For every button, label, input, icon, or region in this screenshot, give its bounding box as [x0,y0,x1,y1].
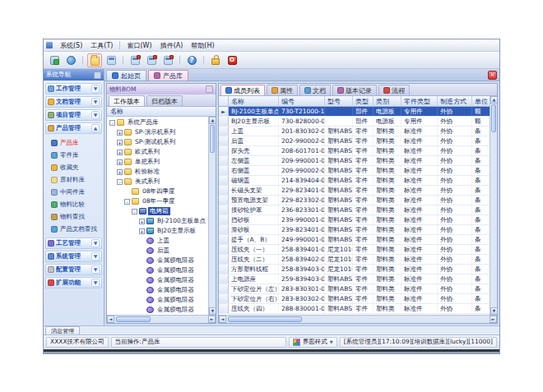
column-header-5[interactable]: 类别 [374,96,401,106]
chevron-down-icon[interactable]: ▼ [91,239,100,247]
table-row[interactable]: 上盖201-830302-00X塑料ABS零件塑料类标准件外协条 [219,127,490,136]
window-close-icon[interactable] [128,53,142,67]
scroll-thumb[interactable] [491,104,496,132]
scroll-down-icon[interactable]: ▼ [490,307,497,315]
scroll-left-icon[interactable]: ◄ [219,316,226,323]
close-icon[interactable]: × [488,71,497,80]
tree-column-header[interactable]: 名称 [107,107,216,117]
pin-icon[interactable] [94,71,101,79]
tab-archived-version[interactable]: 归档版本 [146,95,183,106]
scroll-thumb[interactable] [228,316,302,322]
column-header-7[interactable]: 制造方式 [438,96,472,106]
collapse-icon[interactable]: - [124,199,130,205]
chevron-down-icon[interactable]: ▼ [91,252,100,261]
table-row[interactable]: 接砂轮护罩236-823301-00X塑料ABS零件塑料类标准件外协条 [219,205,490,215]
lock-icon[interactable] [208,53,223,67]
tree-node-sp-test-series[interactable]: +SP-测试机系列 [107,137,208,147]
table-row[interactable]: BJ20主显示板730-828000-04X部件电源板专用件外协颗 [219,117,490,127]
sidebar-group-extended-functions[interactable]: 扩展功能▼ [45,277,102,288]
power-icon[interactable]: O [225,53,239,67]
table-row[interactable]: 右侧盖209-990002-01X塑料ABS零件塑料类标准件外协条 [219,166,490,176]
sidebar-group-project-management[interactable]: 项目管理▼ [45,109,102,121]
tree-node-system-product-library[interactable]: -系统产品库 [107,118,208,127]
column-header-4[interactable]: 类型 [353,96,374,106]
help-icon[interactable]: ? [184,53,199,67]
scroll-down-icon[interactable]: ▼ [209,307,216,315]
sidebar-item-intermediate-library[interactable]: 中间件库 [49,187,102,197]
sidebar-item-favorites[interactable]: 收藏夹 [49,162,102,173]
tree-node-metal-film-resistor-1[interactable]: 金属膜电阻器 [107,256,208,265]
column-header-8[interactable]: 单位 [472,96,490,106]
tree-node-metal-film-resistor-2[interactable]: 金属膜电阻器 [107,265,208,275]
layout-icon[interactable] [104,53,118,67]
tree-vertical-scrollbar[interactable]: ▲ ▼ [208,117,216,315]
folder-icon[interactable] [87,53,102,67]
globe-icon[interactable] [63,53,78,67]
table-row[interactable]: 方形塑料线框258-839403-00X尼龙1010零件塑料类标准件外协条 [219,265,490,274]
tree-node-bj2100-mainboard[interactable]: +BJ-2100主板单点 [107,216,208,226]
expand-icon[interactable]: + [117,159,123,165]
sidebar-item-parts-library[interactable]: 零件库 [49,150,102,160]
table-row[interactable]: 上电源座259-839403-00X塑料ABS零件塑料类标准件外协条 [219,274,490,284]
tree-node-metal-film-resistor-6[interactable]: 金属膜电阻器 [107,305,208,315]
tree-node-top-cover[interactable]: 上盖 [107,236,208,246]
chevron-down-icon[interactable]: ▼ [91,265,100,274]
tree-node-single-handle-series[interactable]: +单把系列 [107,157,208,167]
panel-pin-icon[interactable] [206,85,213,93]
tab-properties[interactable]: 属性 [267,85,298,95]
window-refresh-icon[interactable] [160,53,175,67]
sidebar-item-material-compare[interactable]: 物料比较 [49,199,102,210]
table-row[interactable]: 压线夹（一）258-839401-00X尼龙1010零件塑料类标准件外协条 [219,245,490,255]
tab-working-version[interactable]: 工作版本 [109,95,145,106]
table-row[interactable]: 左侧盖209-990001-01X塑料ABS零件塑料类标准件外协条 [219,156,490,166]
message-management-tab[interactable]: 消息管理 [45,326,80,334]
chevron-down-icon[interactable]: ▼ [91,98,100,106]
table-row[interactable]: 磁钢盖214-839404-01X塑料ABS零件塑料类标准件外协条 [219,176,490,186]
scroll-right-icon[interactable]: ► [208,316,216,323]
chevron-down-icon[interactable]: ▼ [91,279,100,287]
table-row[interactable]: 挡砂板239-990001-01X塑料ABS零件塑料类标准件外协条 [219,215,490,225]
chevron-down-icon[interactable]: ▼ [91,85,100,93]
table-row[interactable]: 下砂定位片（右）283-830302-00X塑料ABS零件塑料类标准件外协条 [219,294,490,304]
collapse-icon[interactable]: - [132,209,137,214]
scroll-thumb[interactable] [116,316,151,322]
column-header-2[interactable]: 编号 [279,96,325,106]
table-row[interactable]: 压线夹（二）258-839402-00X尼龙1010零件塑料类标准件外协条 [219,255,490,265]
table-row[interactable]: 长磁头支架229-823401-00X塑料ABS零件塑料类标准件外协条 [219,186,490,196]
window-export-icon[interactable] [144,53,159,67]
ui-style-dropdown[interactable]: 界面样式 ▼ [289,337,337,348]
table-row[interactable]: 提手（A、B）249-990001-01X塑料ABS零件塑料类标准件外协条 [219,235,490,245]
tree-node-electric-oven[interactable]: -电烤箱 [107,206,208,216]
doc-tab-start-page[interactable]: 起始页 [106,70,146,81]
tree-node-metal-film-resistor-5[interactable]: 金属膜电阻器 [107,295,208,305]
expand-icon[interactable]: + [117,130,123,136]
tree-node-q1-2008[interactable]: -08年一季度 [107,196,208,206]
expand-icon[interactable]: + [117,140,123,145]
tree-node-american-series[interactable]: -美式系列 [107,177,208,187]
menu-item-window[interactable]: 窗口(W) [123,40,155,51]
scroll-right-icon[interactable]: ► [490,316,497,323]
scroll-up-icon[interactable]: ▲ [209,117,216,124]
collapse-icon[interactable]: - [117,179,123,185]
menu-item-tools[interactable]: 工具(T) [86,40,117,51]
tree-node-metal-film-resistor-4[interactable]: 金属膜电阻器 [107,285,208,295]
table-row[interactable]: 预置电源支架229-823302-00X塑料ABS零件塑料类标准件外协条 [219,196,490,205]
tree-node-inspection-standards[interactable]: +检验标准 [107,167,208,177]
column-header-3[interactable]: 型号 [325,96,353,106]
tree-node-metal-film-resistor-3[interactable]: 金属膜电阻器 [107,275,208,285]
tab-version-history[interactable]: 版本记录 [332,85,377,95]
tree-node-back-cover[interactable]: 后盖 [107,246,208,256]
scroll-thumb[interactable] [210,125,215,153]
column-header-1[interactable]: 名称 [229,96,279,106]
grid-vertical-scrollbar[interactable]: ▲ ▼ [490,96,497,315]
sidebar-item-product-document-search[interactable]: 产品文档查找 [49,224,102,234]
column-header-6[interactable]: 零件类型 [401,96,438,106]
menu-item-help[interactable]: 帮助(H) [187,40,218,51]
sidebar-group-document-management[interactable]: 文档管理▼ [45,96,102,108]
scroll-left-icon[interactable]: ◄ [107,316,114,323]
menu-item-system[interactable]: 系统(S) [56,40,86,51]
tree-node-bj20-display-board[interactable]: +BJ20主显示板 [107,226,208,236]
grid-horizontal-scrollbar[interactable]: ◄ ► [219,315,497,323]
table-row[interactable]: 下砂定位片（左）283-830301-00X塑料ABS零件塑料类标准件外协条 [219,284,490,294]
doc-tab-product-library[interactable]: 产品库 [148,70,188,81]
